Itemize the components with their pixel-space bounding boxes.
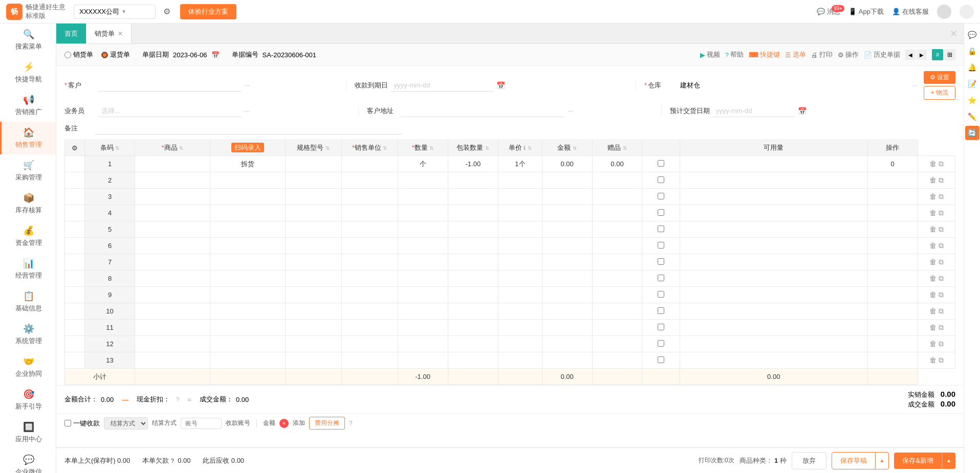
row-spec-4[interactable] [341, 221, 398, 238]
expected-date-calendar-icon[interactable]: 📅 [798, 107, 807, 115]
row-spec-7[interactable] [341, 271, 398, 287]
row-goods-9[interactable] [210, 303, 285, 320]
save-draft-button[interactable]: 保存草稿 [832, 452, 876, 469]
customer-more-icon[interactable]: ··· [245, 82, 250, 89]
avatar[interactable] [937, 5, 951, 19]
right-panel-chat[interactable]: 💬 [965, 28, 979, 42]
sort-goods-icon[interactable]: ⇅ [179, 145, 183, 151]
sort-qty-icon[interactable]: ⇅ [429, 145, 433, 151]
scan-button[interactable]: 扫码录入 [231, 143, 264, 152]
row-gift-6[interactable] [642, 254, 680, 271]
copy-row-button-1[interactable]: ⧉ [939, 176, 944, 185]
calendar-icon[interactable]: 📅 [211, 51, 220, 59]
sort-unit-icon[interactable]: ⇅ [383, 145, 387, 151]
action-video[interactable]: ▶ 视频 [700, 50, 720, 59]
sort-amount-icon[interactable]: ⇅ [573, 145, 577, 151]
row-qty-10[interactable] [448, 320, 498, 336]
row-barcode-7[interactable] [135, 271, 210, 287]
row-qty-7[interactable] [448, 271, 498, 287]
row-gift-7[interactable] [642, 271, 680, 287]
radio-return[interactable]: 退货单 [101, 50, 130, 59]
row-barcode-0[interactable] [135, 156, 210, 172]
row-spec-11[interactable] [341, 336, 398, 352]
gift-checkbox-3[interactable] [658, 209, 664, 216]
delete-row-button-11[interactable]: 🗑 [929, 340, 937, 348]
gift-checkbox-9[interactable] [658, 307, 664, 314]
customer-input[interactable] [98, 79, 242, 92]
row-goods-0[interactable]: 拆货 [210, 156, 285, 172]
copy-row-button-0[interactable]: ⧉ [939, 160, 944, 168]
radio-return-input[interactable] [101, 52, 108, 58]
sidebar-item-marketing[interactable]: 📢 营销推广 [0, 89, 56, 122]
grid-view-button[interactable]: ⊞ [944, 49, 955, 60]
row-price-12[interactable] [542, 352, 592, 369]
settings-icon[interactable]: ⚙ [160, 5, 174, 19]
barcode-input-6[interactable] [139, 259, 206, 266]
barcode-input-2[interactable] [139, 193, 206, 200]
next-record-button[interactable]: ▶ [917, 50, 927, 60]
action-select[interactable]: ☰ 选单 [785, 50, 806, 59]
row-gift-12[interactable] [642, 352, 680, 369]
tab-home[interactable]: 首页 [56, 24, 86, 43]
right-panel-refresh[interactable]: 🔄 [965, 126, 979, 140]
row-barcode-9[interactable] [135, 303, 210, 320]
delete-row-button-3[interactable]: 🗑 [929, 209, 937, 217]
action-operation[interactable]: ⚙ 操作 [838, 50, 859, 59]
online-service-button[interactable]: 👤 在线客服 [892, 7, 929, 16]
row-gift-2[interactable] [642, 189, 680, 205]
tab-sales-order[interactable]: 销货单 ✕ [86, 24, 132, 43]
row-barcode-10[interactable] [135, 320, 210, 336]
one-click-checkbox-input[interactable] [64, 420, 71, 426]
row-price-3[interactable] [542, 205, 592, 221]
action-history[interactable]: 📄 历史单据 [864, 50, 900, 59]
th-gear[interactable]: ⚙ [65, 140, 85, 156]
row-qty-12[interactable] [448, 352, 498, 369]
gift-checkbox-4[interactable] [658, 226, 664, 232]
sidebar-item-wechat[interactable]: 💬 企业微信 [0, 449, 56, 473]
copy-row-button-11[interactable]: ⧉ [939, 340, 944, 348]
row-gift-11[interactable] [642, 336, 680, 352]
price-info-icon[interactable]: ℹ [524, 145, 526, 151]
row-gift-8[interactable] [642, 287, 680, 303]
row-qty-11[interactable] [448, 336, 498, 352]
copy-row-button-8[interactable]: ⧉ [939, 290, 944, 299]
discard-button[interactable]: 放弃 [792, 452, 826, 469]
row-price-6[interactable] [542, 254, 592, 271]
action-shortcut[interactable]: ⌨ 快捷键 [749, 50, 780, 59]
row-spec-12[interactable] [341, 352, 398, 369]
sidebar-item-operation[interactable]: 📊 经营管理 [0, 253, 56, 285]
barcode-input-4[interactable] [139, 226, 206, 233]
row-price-2[interactable] [542, 189, 592, 205]
row-price-4[interactable] [542, 221, 592, 238]
right-panel-star[interactable]: ⭐ [965, 93, 979, 107]
due-date-input[interactable] [391, 79, 493, 92]
barcode-input-11[interactable] [139, 341, 206, 348]
row-price-1[interactable] [542, 172, 592, 189]
delete-row-button-7[interactable]: 🗑 [929, 274, 937, 282]
radio-sale-input[interactable] [64, 52, 71, 58]
sort-pkg-icon[interactable]: ⇅ [485, 145, 489, 151]
copy-row-button-4[interactable]: ⧉ [939, 225, 944, 234]
row-price-10[interactable] [542, 320, 592, 336]
action-help[interactable]: ? 帮助 [725, 50, 744, 59]
app-download-button[interactable]: 📱 App下载 [848, 7, 884, 16]
sidebar-item-appcenter[interactable]: 🔲 应用中心 [0, 416, 56, 449]
row-goods-7[interactable] [210, 271, 285, 287]
company-selector[interactable]: XXXXXX公司 ▼ [74, 5, 156, 19]
copy-row-button-10[interactable]: ⧉ [939, 323, 944, 332]
row-qty-3[interactable] [448, 205, 498, 221]
row-barcode-11[interactable] [135, 336, 210, 352]
sidebar-item-sales[interactable]: 🏠 销售管理 [0, 122, 56, 154]
row-barcode-5[interactable] [135, 238, 210, 254]
row-qty-5[interactable] [448, 238, 498, 254]
note-input[interactable] [95, 122, 402, 134]
sort-price-icon[interactable]: ⇅ [528, 145, 532, 151]
row-gift-5[interactable] [642, 238, 680, 254]
account-input[interactable] [181, 418, 222, 429]
notification-button[interactable]: 💬 消息 99+ [817, 7, 840, 16]
right-panel-bell[interactable]: 🔔 [965, 60, 979, 75]
row-spec-9[interactable] [341, 303, 398, 320]
copy-row-button-7[interactable]: ⧉ [939, 274, 944, 283]
row-goods-5[interactable] [210, 238, 285, 254]
due-date-calendar-icon[interactable]: 📅 [496, 81, 505, 89]
